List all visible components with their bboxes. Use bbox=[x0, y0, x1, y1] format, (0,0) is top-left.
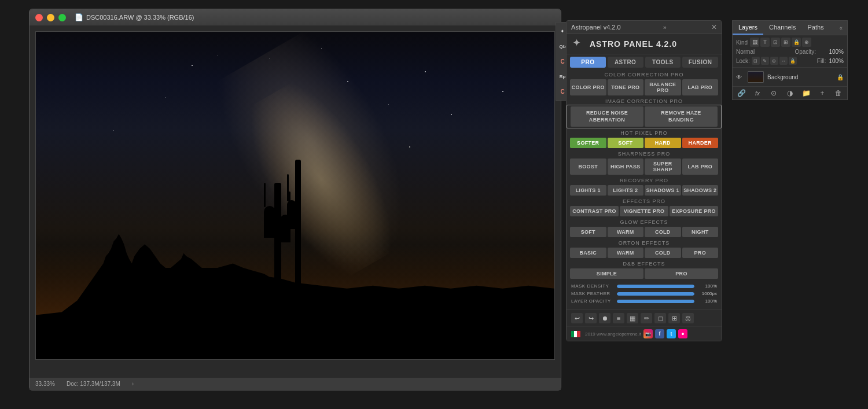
image-canvas[interactable] bbox=[35, 31, 555, 360]
lock-icon-1[interactable]: ⊡ bbox=[752, 57, 760, 65]
btn-super-sharp[interactable]: SUPER SHARP bbox=[645, 159, 681, 175]
toolbar-eraser-icon[interactable]: ◻ bbox=[654, 313, 666, 323]
tab-channels[interactable]: Channels bbox=[763, 21, 801, 35]
kind-icon-3[interactable]: ⊡ bbox=[771, 38, 780, 47]
btn-balance-pro[interactable]: BALANCE PRO bbox=[645, 79, 681, 95]
layer-mask-btn[interactable]: ⊙ bbox=[768, 89, 779, 97]
layer-folder-btn[interactable]: 📁 bbox=[801, 89, 811, 97]
flickr-icon[interactable]: ● bbox=[678, 329, 687, 338]
btn-lab-pro-color[interactable]: LAB PRO bbox=[682, 79, 719, 95]
canvas-area[interactable] bbox=[30, 25, 561, 377]
recovery-label: RECOVERY PRO bbox=[567, 176, 722, 184]
toolbar-undo-icon[interactable]: ↩ bbox=[571, 313, 583, 323]
toolbar-layers-icon[interactable]: ⊞ bbox=[668, 313, 680, 323]
layer-adj-btn[interactable]: ◑ bbox=[785, 89, 795, 97]
btn-soft-hp[interactable]: SOFT bbox=[608, 138, 644, 148]
toolbar-scale-icon[interactable]: ⚖ bbox=[682, 313, 694, 323]
btn-orton-warm[interactable]: WARM bbox=[608, 248, 644, 258]
layer-item-background[interactable]: 👁 Background 🔒 bbox=[733, 69, 847, 84]
toolbar-brush-icon[interactable]: ✏ bbox=[641, 313, 652, 323]
close-button[interactable] bbox=[35, 14, 43, 21]
facebook-icon[interactable]: f bbox=[655, 329, 664, 338]
btn-db-pro[interactable]: PRO bbox=[645, 268, 718, 279]
btn-lights1[interactable]: LIGHTS 1 bbox=[570, 185, 606, 196]
kind-icon-5[interactable]: 🔒 bbox=[792, 38, 801, 47]
astro-close-btn[interactable]: ✕ bbox=[711, 24, 717, 31]
lock-icon-2[interactable]: ✎ bbox=[761, 57, 769, 65]
tab-fusion[interactable]: FUSION bbox=[682, 57, 718, 68]
btn-glow-night[interactable]: NIGHT bbox=[682, 227, 719, 237]
layer-delete-btn[interactable]: 🗑 bbox=[833, 89, 844, 97]
recovery-buttons: LIGHTS 1 LIGHTS 2 SHADOWS 1 SHADOWS 2 bbox=[567, 184, 722, 197]
btn-orton-cold[interactable]: COLD bbox=[645, 248, 681, 258]
cactus-tall bbox=[295, 160, 301, 287]
blend-mode-value[interactable]: Normal bbox=[736, 49, 792, 55]
toolbar-chart-icon[interactable]: ▦ bbox=[627, 313, 638, 323]
tab-paths[interactable]: Paths bbox=[802, 21, 830, 35]
btn-hard-hp[interactable]: HARD bbox=[645, 138, 681, 148]
titlebar: 📄 DSC00316.ARW @ 33.33% (RGB/16) bbox=[30, 9, 561, 25]
btn-harder-hp[interactable]: HARDER bbox=[682, 138, 719, 148]
mask-feather-track[interactable] bbox=[617, 292, 694, 296]
color-correction-label: COLOR CORRECTION PRO bbox=[567, 70, 722, 78]
btn-glow-soft[interactable]: SOFT bbox=[570, 227, 606, 237]
toolbar-redo-icon[interactable]: ↪ bbox=[585, 313, 597, 323]
mask-density-row: MASK DENSITY 100% bbox=[571, 283, 717, 289]
hot-pixel-buttons: SOFTER SOFT HARD HARDER bbox=[567, 137, 722, 149]
toolbar-grid-icon[interactable]: ≡ bbox=[613, 313, 624, 323]
btn-exposure-pro[interactable]: EXPOSURE PRO bbox=[670, 206, 718, 216]
lock-icon-5[interactable]: 🔒 bbox=[789, 57, 797, 65]
astro-panel: Astropanel v4.2.0 » ✕ ASTRO PANEL 4.2.0 … bbox=[566, 20, 722, 341]
btn-softer[interactable]: SOFTER bbox=[570, 138, 606, 148]
kind-icon-4[interactable]: ⊞ bbox=[781, 38, 790, 47]
layer-visibility-eye[interactable]: 👁 bbox=[736, 74, 744, 80]
btn-high-pass[interactable]: HIGH PASS bbox=[608, 159, 644, 175]
instagram-icon[interactable]: 📷 bbox=[643, 329, 653, 338]
kind-icon-6[interactable]: ⊕ bbox=[802, 38, 811, 47]
layer-link-btn[interactable]: 🔗 bbox=[736, 89, 746, 97]
lock-icon-4[interactable]: ↔ bbox=[779, 57, 788, 65]
layer-fx-btn[interactable]: fx bbox=[752, 90, 763, 97]
tab-astro[interactable]: ASTRO bbox=[608, 57, 643, 68]
btn-boost[interactable]: BOOST bbox=[570, 159, 606, 175]
btn-color-pro[interactable]: COLOR PRO bbox=[570, 79, 606, 95]
tab-layers[interactable]: Layers bbox=[733, 21, 763, 35]
layers-collapse-btn[interactable]: « bbox=[834, 22, 847, 34]
btn-remove-haze-banding[interactable]: REMOVE HAZEBANDING bbox=[645, 106, 718, 127]
btn-glow-cold[interactable]: COLD bbox=[645, 227, 681, 237]
kind-icon-1[interactable]: 🖼 bbox=[750, 38, 759, 47]
fill-label: Fill: bbox=[817, 58, 826, 64]
image-correction-label: IMAGE CORRECTION PRO bbox=[567, 97, 722, 105]
btn-vignette-pro[interactable]: VIGNETTE PRO bbox=[620, 206, 668, 216]
opacity-label: Opacity: bbox=[795, 49, 826, 55]
btn-reduce-noise-aberration[interactable]: REDUCE NOISEABERRATION bbox=[571, 106, 643, 127]
tab-tools[interactable]: TOOLS bbox=[645, 57, 681, 68]
btn-shadows2[interactable]: SHADOWS 2 bbox=[682, 185, 719, 196]
astro-collapse-btn[interactable]: » bbox=[663, 24, 667, 31]
bottom-toolbar: ↩ ↪ ⏺ ≡ ▦ ✏ ◻ ⊞ ⚖ bbox=[567, 309, 722, 326]
minimize-button[interactable] bbox=[47, 14, 54, 21]
toolbar-record-icon[interactable]: ⏺ bbox=[599, 313, 610, 323]
astro-panel-title: ASTRO PANEL 4.2.0 bbox=[590, 39, 677, 49]
lock-icon-3[interactable]: ⊕ bbox=[770, 57, 778, 65]
btn-orton-pro[interactable]: PRO bbox=[682, 248, 719, 258]
fill-value[interactable]: 100% bbox=[829, 58, 844, 64]
twitter-icon[interactable]: t bbox=[667, 329, 676, 338]
sharpness-buttons: BOOST HIGH PASS SUPER SHARP LAB PRO bbox=[567, 157, 722, 176]
btn-glow-warm[interactable]: WARM bbox=[608, 227, 644, 237]
layer-opacity-track[interactable] bbox=[617, 300, 694, 303]
btn-lights2[interactable]: LIGHTS 2 bbox=[608, 185, 644, 196]
tab-pro[interactable]: PRO bbox=[570, 57, 606, 68]
mask-density-track[interactable] bbox=[617, 285, 694, 288]
btn-tone-pro[interactable]: TONE PRO bbox=[608, 79, 644, 95]
btn-shadows1[interactable]: SHADOWS 1 bbox=[645, 185, 681, 196]
btn-contrast-pro[interactable]: CONTRAST PRO bbox=[570, 206, 619, 216]
btn-db-simple[interactable]: SIMPLE bbox=[570, 268, 643, 279]
btn-lab-pro-sharp[interactable]: LAB PRO bbox=[682, 159, 719, 175]
kind-icon-2[interactable]: T bbox=[760, 38, 770, 47]
btn-orton-basic[interactable]: BASIC bbox=[570, 248, 606, 258]
layer-new-btn[interactable]: + bbox=[817, 89, 827, 97]
opacity-value[interactable]: 100% bbox=[829, 49, 844, 55]
status-arrow[interactable]: › bbox=[132, 381, 134, 387]
maximize-button[interactable] bbox=[58, 14, 66, 21]
